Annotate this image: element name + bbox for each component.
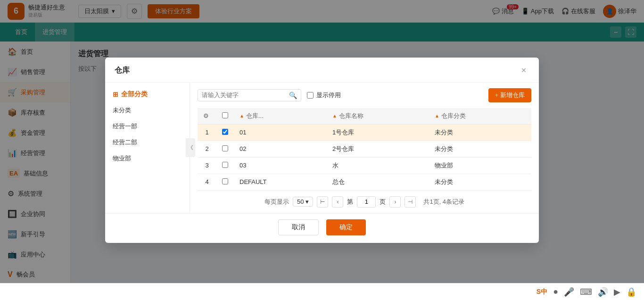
bottom-taskbar: S中 ● 🎤 ⌨ 🔊 ▶ 🔒 <box>0 283 644 300</box>
category-panel: ⊞ 全部分类 未分类 经营一部 经营二部 物业部 《 <box>105 83 190 213</box>
grid-icon: ⊞ <box>113 91 118 98</box>
taskbar-keyboard-icon[interactable]: ⌨ <box>580 287 592 297</box>
settings-icon: ⚙ <box>203 112 209 119</box>
confirm-button[interactable]: 确定 <box>326 219 366 235</box>
category-all[interactable]: ⊞ 全部分类 <box>105 86 190 102</box>
col-code: ▲ 仓库... <box>234 108 327 125</box>
row-name: 1号仓库 <box>327 124 429 141</box>
next-page-button[interactable]: › <box>389 196 401 208</box>
last-page-button[interactable]: ⊣ <box>405 196 416 208</box>
page-info: 共1页, 4条记录 <box>423 198 464 206</box>
table-row[interactable]: 3 03 水 物业部 <box>198 157 531 174</box>
row-name: 总仓 <box>327 174 429 190</box>
col-name-label: 仓库名称 <box>339 112 363 120</box>
row-checkbox[interactable] <box>222 145 228 151</box>
row-checkbox[interactable] <box>222 178 228 184</box>
row-num: 4 <box>198 174 216 190</box>
table-row[interactable]: 2 02 2号仓库 未分类 <box>198 141 531 157</box>
pagination: 每页显示 50 ▾ ⊢ ‹ 第 页 › ⊣ 共1页, 4条记录 <box>198 191 531 208</box>
warehouse-table: ⚙ ▲ 仓库... <box>198 108 531 191</box>
warehouse-modal: 仓库 × ⊞ 全部分类 未分类 经营一部 经营二部 物业部 《 <box>105 58 539 243</box>
category-all-label: 全部分类 <box>121 90 148 99</box>
page-label: 第 <box>347 198 353 206</box>
page-size-select[interactable]: 50 ▾ <box>293 197 313 207</box>
row-category: 未分类 <box>429 124 531 141</box>
search-box: 🔍 <box>198 89 301 101</box>
category-unclassified[interactable]: 未分类 <box>105 102 190 118</box>
row-num: 1 <box>198 124 216 141</box>
page-number-input[interactable] <box>357 196 376 208</box>
taskbar-play-icon[interactable]: ▶ <box>614 287 620 297</box>
page-size-arrow: ▾ <box>305 198 309 205</box>
search-icon: 🔍 <box>289 92 297 99</box>
add-warehouse-button[interactable]: + 新增仓库 <box>488 88 531 102</box>
table-head: ⚙ ▲ 仓库... <box>198 108 531 125</box>
row-checkbox-cell <box>216 124 234 141</box>
row-checkbox[interactable] <box>222 162 228 168</box>
col-category-label: 仓库分类 <box>441 112 466 120</box>
page-unit: 页 <box>380 198 386 206</box>
row-code: 02 <box>234 141 327 157</box>
page-size-label: 每页显示 <box>264 198 289 206</box>
row-checkbox-cell <box>216 174 234 190</box>
table-row[interactable]: 4 DEFAULT 总仓 未分类 <box>198 174 531 190</box>
row-name: 2号仓库 <box>327 141 429 157</box>
sort-icon: ▲ <box>239 113 244 118</box>
modal-overlay: 仓库 × ⊞ 全部分类 未分类 经营一部 经营二部 物业部 《 <box>0 0 644 300</box>
category-property[interactable]: 物业部 <box>105 150 190 167</box>
modal-close-button[interactable]: × <box>518 65 529 76</box>
category-toggle-button[interactable]: 《 <box>186 138 195 157</box>
search-input[interactable] <box>202 92 286 99</box>
table-wrapper: ⚙ ▲ 仓库... <box>198 108 531 191</box>
row-category: 未分类 <box>429 174 531 190</box>
modal-body: ⊞ 全部分类 未分类 经营一部 经营二部 物业部 《 🔍 <box>105 83 539 213</box>
sort-icon-cat: ▲ <box>435 113 439 118</box>
row-checkbox-cell <box>216 141 234 157</box>
cancel-button[interactable]: 取消 <box>278 219 319 235</box>
prev-page-button[interactable]: ‹ <box>332 196 343 208</box>
category-dept2[interactable]: 经营二部 <box>105 134 190 150</box>
taskbar-dot-icon[interactable]: ● <box>553 287 558 297</box>
col-name: ▲ 仓库名称 <box>327 108 429 125</box>
row-code: 03 <box>234 157 327 174</box>
modal-header: 仓库 × <box>105 58 539 83</box>
row-code: DEFAULT <box>234 174 327 190</box>
row-num: 3 <box>198 157 216 174</box>
category-dept1[interactable]: 经营一部 <box>105 118 190 134</box>
table-header-row: ⚙ ▲ 仓库... <box>198 108 531 125</box>
data-toolbar: 🔍 显示停用 + 新增仓库 <box>198 88 531 102</box>
show-disabled-checkbox[interactable] <box>307 92 314 99</box>
taskbar-volume-icon[interactable]: 🔊 <box>598 287 608 297</box>
data-panel: 🔍 显示停用 + 新增仓库 ⚙ <box>190 83 539 213</box>
taskbar-lock-icon[interactable]: 🔒 <box>626 287 636 297</box>
modal-title: 仓库 <box>115 66 130 75</box>
col-settings: ⚙ <box>198 108 216 125</box>
row-category: 未分类 <box>429 141 531 157</box>
show-disabled-label: 显示停用 <box>316 91 341 100</box>
show-disabled-area: 显示停用 <box>307 91 341 100</box>
taskbar-mic-icon[interactable]: 🎤 <box>564 287 574 297</box>
taskbar-s-icon[interactable]: S中 <box>537 288 547 296</box>
row-code: 01 <box>234 124 327 141</box>
row-num: 2 <box>198 141 216 157</box>
modal-footer: 取消 确定 <box>105 213 539 243</box>
page-size-value: 50 <box>297 198 304 205</box>
row-name: 水 <box>327 157 429 174</box>
row-checkbox[interactable] <box>222 129 228 135</box>
table-body: 1 01 1号仓库 未分类 2 <box>198 124 531 190</box>
first-page-button[interactable]: ⊢ <box>317 196 328 208</box>
row-category: 物业部 <box>429 157 531 174</box>
table-row[interactable]: 1 01 1号仓库 未分类 <box>198 124 531 141</box>
col-checkbox <box>216 108 234 125</box>
sort-icon-name: ▲ <box>332 113 337 118</box>
col-category: ▲ 仓库分类 <box>429 108 531 125</box>
col-code-label: 仓库... <box>246 112 264 120</box>
row-checkbox-cell <box>216 157 234 174</box>
select-all-checkbox[interactable] <box>222 112 228 118</box>
